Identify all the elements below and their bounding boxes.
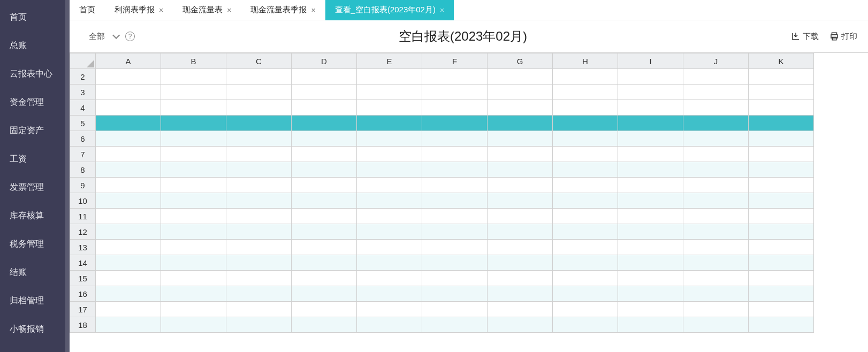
cell-C5[interactable] — [226, 116, 292, 131]
sidebar-item-0[interactable]: 首页 — [0, 3, 70, 32]
cell-K9[interactable] — [749, 178, 814, 193]
help-icon[interactable]: ? — [125, 32, 135, 41]
cell-H10[interactable] — [553, 193, 618, 209]
cell-D3[interactable] — [292, 85, 357, 100]
cell-K17[interactable] — [749, 302, 814, 317]
cell-H4[interactable] — [553, 100, 618, 116]
cell-B6[interactable] — [161, 131, 226, 147]
cell-I11[interactable] — [618, 209, 683, 224]
cell-I17[interactable] — [618, 302, 683, 317]
cell-A10[interactable] — [96, 193, 161, 209]
column-header-F[interactable]: F — [422, 53, 488, 69]
cell-A2[interactable] — [96, 69, 161, 85]
cell-F13[interactable] — [422, 240, 488, 255]
cell-F6[interactable] — [422, 131, 488, 147]
row-header-7[interactable]: 7 — [70, 147, 96, 162]
column-header-D[interactable]: D — [292, 53, 357, 69]
cell-J13[interactable] — [683, 240, 749, 255]
cell-G7[interactable] — [488, 147, 553, 162]
cell-E10[interactable] — [357, 193, 422, 209]
cell-I18[interactable] — [618, 317, 683, 333]
cell-D4[interactable] — [292, 100, 357, 116]
cell-E3[interactable] — [357, 85, 422, 100]
row-header-14[interactable]: 14 — [70, 255, 96, 271]
filter-dropdown[interactable]: 全部 ? — [89, 32, 135, 42]
cell-A9[interactable] — [96, 178, 161, 193]
cell-D8[interactable] — [292, 162, 357, 178]
close-icon[interactable]: × — [311, 6, 315, 14]
cell-K2[interactable] — [749, 69, 814, 85]
cell-C13[interactable] — [226, 240, 292, 255]
cell-F3[interactable] — [422, 85, 488, 100]
cell-I14[interactable] — [618, 255, 683, 271]
cell-H5[interactable] — [553, 116, 618, 131]
cell-A15[interactable] — [96, 271, 161, 286]
tab-0[interactable]: 首页 — [70, 0, 105, 20]
cell-D16[interactable] — [292, 286, 357, 302]
cell-J3[interactable] — [683, 85, 749, 100]
cell-H6[interactable] — [553, 131, 618, 147]
cell-E9[interactable] — [357, 178, 422, 193]
row-header-13[interactable]: 13 — [70, 240, 96, 255]
cell-G18[interactable] — [488, 317, 553, 333]
cell-E12[interactable] — [357, 224, 422, 240]
cell-H2[interactable] — [553, 69, 618, 85]
cell-C2[interactable] — [226, 69, 292, 85]
cell-I6[interactable] — [618, 131, 683, 147]
cell-I15[interactable] — [618, 271, 683, 286]
cell-G6[interactable] — [488, 131, 553, 147]
cell-H17[interactable] — [553, 302, 618, 317]
cell-B4[interactable] — [161, 100, 226, 116]
tab-3[interactable]: 现金流量表季报× — [241, 0, 325, 20]
cell-I3[interactable] — [618, 85, 683, 100]
row-header-2[interactable]: 2 — [70, 69, 96, 85]
cell-B17[interactable] — [161, 302, 226, 317]
cell-G11[interactable] — [488, 209, 553, 224]
cell-C10[interactable] — [226, 193, 292, 209]
cell-A16[interactable] — [96, 286, 161, 302]
cell-I7[interactable] — [618, 147, 683, 162]
cell-C3[interactable] — [226, 85, 292, 100]
cell-E8[interactable] — [357, 162, 422, 178]
cell-J18[interactable] — [683, 317, 749, 333]
cell-K18[interactable] — [749, 317, 814, 333]
cell-C9[interactable] — [226, 178, 292, 193]
cell-F2[interactable] — [422, 69, 488, 85]
cell-B16[interactable] — [161, 286, 226, 302]
cell-J5[interactable] — [683, 116, 749, 131]
cell-H15[interactable] — [553, 271, 618, 286]
cell-D5[interactable] — [292, 116, 357, 131]
cell-K10[interactable] — [749, 193, 814, 209]
row-header-4[interactable]: 4 — [70, 100, 96, 116]
row-header-16[interactable]: 16 — [70, 286, 96, 302]
cell-A8[interactable] — [96, 162, 161, 178]
cell-B10[interactable] — [161, 193, 226, 209]
cell-D17[interactable] — [292, 302, 357, 317]
cell-D11[interactable] — [292, 209, 357, 224]
cell-B2[interactable] — [161, 69, 226, 85]
close-icon[interactable]: × — [159, 6, 163, 14]
cell-J15[interactable] — [683, 271, 749, 286]
cell-E5[interactable] — [357, 116, 422, 131]
cell-K14[interactable] — [749, 255, 814, 271]
cell-H18[interactable] — [553, 317, 618, 333]
cell-C12[interactable] — [226, 224, 292, 240]
cell-G17[interactable] — [488, 302, 553, 317]
cell-K3[interactable] — [749, 85, 814, 100]
sidebar-item-11[interactable]: 小畅报销 — [0, 315, 70, 343]
cell-F18[interactable] — [422, 317, 488, 333]
cell-C8[interactable] — [226, 162, 292, 178]
sidebar-scrollbar[interactable] — [65, 0, 70, 352]
column-header-E[interactable]: E — [357, 53, 422, 69]
tab-4[interactable]: 查看_空白报表(2023年02月)× — [325, 0, 454, 20]
cell-B9[interactable] — [161, 178, 226, 193]
cell-E4[interactable] — [357, 100, 422, 116]
cell-F9[interactable] — [422, 178, 488, 193]
row-header-18[interactable]: 18 — [70, 317, 96, 333]
cell-E14[interactable] — [357, 255, 422, 271]
cell-D10[interactable] — [292, 193, 357, 209]
cell-G9[interactable] — [488, 178, 553, 193]
column-header-G[interactable]: G — [488, 53, 553, 69]
cell-K11[interactable] — [749, 209, 814, 224]
cell-F11[interactable] — [422, 209, 488, 224]
